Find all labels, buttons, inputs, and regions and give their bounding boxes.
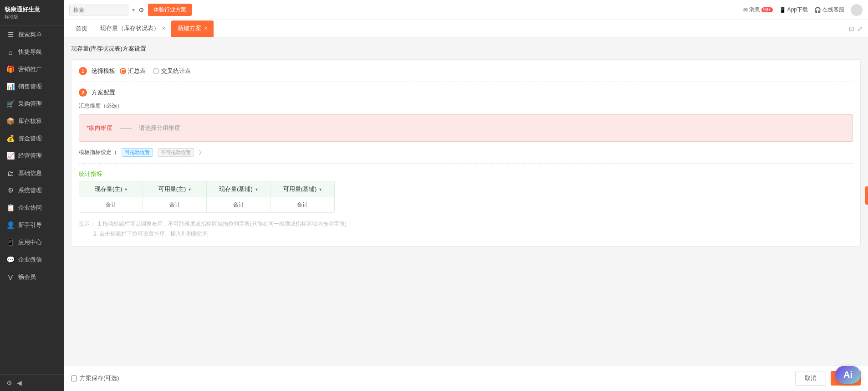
sidebar-item-quick-nav[interactable]: ⌂ 快捷导航 bbox=[0, 43, 64, 61]
sidebar-item-wechat[interactable]: 💬 企业微信 bbox=[0, 251, 64, 268]
sidebar-item-app-center[interactable]: 📱 应用中心 bbox=[0, 234, 64, 251]
tip-item-0: 提示： 1.拖动标题栏可以调整布局，不可跨维度或指标区域拖拉列字段(只能在同一维… bbox=[79, 219, 853, 229]
divider1 bbox=[79, 82, 853, 82]
stats-col-label-1: 可用量(主) bbox=[158, 185, 186, 193]
phone-icon: 📱 bbox=[779, 7, 786, 13]
section1-title: 选择模板 bbox=[92, 67, 115, 75]
sidebar-item-purchase[interactable]: 🛒 采购管理 bbox=[0, 95, 64, 113]
sidebar-item-label: 经营管理 bbox=[18, 152, 42, 160]
radio-cross[interactable]: 交叉统计表 bbox=[153, 67, 191, 75]
cart-icon: 🛒 bbox=[6, 100, 15, 108]
tab-new-scheme[interactable]: 新建方案 × bbox=[171, 21, 213, 37]
sidebar-audio-icon[interactable]: ◀ bbox=[17, 379, 22, 386]
stats-section-title: 统计指标 bbox=[79, 170, 853, 178]
sidebar-item-search-menu[interactable]: ☰ 搜索菜单 bbox=[0, 26, 64, 43]
home-icon: ⌂ bbox=[6, 48, 15, 56]
stats-table: 现存量(主) ▾ 可用量(主) ▾ 现存量(基辅) ▾ 可用量(基辅) ▾ bbox=[79, 181, 335, 213]
content-area: 现存量(库存状况表)方案设置 1 选择模板 汇总表 交叉统计表 bbox=[64, 37, 868, 365]
avatar[interactable] bbox=[851, 4, 863, 16]
save-checkbox-row: 方案保存(可选) bbox=[71, 374, 119, 382]
tab-home[interactable]: 首页 bbox=[69, 21, 94, 36]
sidebar-item-inventory[interactable]: 📦 库存核算 bbox=[0, 113, 64, 130]
radio-summary[interactable]: 汇总表 bbox=[120, 67, 146, 75]
save-checkbox-label: 方案保存(可选) bbox=[80, 374, 119, 382]
sidebar-item-label: 库存核算 bbox=[18, 117, 42, 125]
stats-col-label-2: 现存量(基辅) bbox=[219, 185, 253, 193]
topbar-right: ✉ 消息 99+ 📱 App下载 🎧 在线客服 bbox=[743, 4, 863, 16]
stats-body-cell-0-1: 合计 bbox=[143, 197, 207, 212]
messages-btn[interactable]: ✉ 消息 99+ bbox=[743, 6, 773, 14]
stats-col-label-0: 现存量(主) bbox=[95, 185, 123, 193]
trending-icon: 📈 bbox=[6, 152, 15, 160]
stats-header-cell-3: 可用量(基辅) ▾ bbox=[271, 181, 334, 197]
template-radio-group: 汇总表 交叉统计表 bbox=[120, 67, 191, 75]
chart-icon: 📊 bbox=[6, 82, 15, 91]
sidebar-item-label: 畅会员 bbox=[18, 273, 36, 281]
stats-body-cell-0-3: 合计 bbox=[271, 197, 334, 212]
sidebar-item-label: 企业协同 bbox=[18, 204, 42, 212]
tab-inventory[interactable]: 现存量（库存状况表） × bbox=[94, 21, 171, 37]
sidebar-item-finance[interactable]: 💰 资金管理 bbox=[0, 130, 64, 147]
ai-badge[interactable]: Ai bbox=[835, 366, 861, 384]
sidebar-item-label: 应用中心 bbox=[18, 238, 42, 247]
tabs-bar: 首页 现存量（库存状况表） × 新建方案 × ⊡ ⤢ bbox=[64, 20, 868, 37]
money-icon: 💰 bbox=[6, 134, 15, 143]
search-menu-icon: ☰ bbox=[6, 31, 15, 39]
sidebar-item-basic-info[interactable]: 🗂 基础信息 bbox=[0, 165, 64, 182]
sidebar-item-system[interactable]: ⚙ 系统管理 bbox=[0, 182, 64, 199]
aggregate-dim-label: 汇总维度（必选） bbox=[79, 102, 853, 110]
main-area: ▾ ⚙ 体验行业方案 ✉ 消息 99+ 📱 App下载 🎧 在线客服 首页 现存… bbox=[64, 0, 868, 391]
stats-col-dropdown-0[interactable]: ▾ bbox=[125, 187, 127, 192]
search-input[interactable] bbox=[69, 5, 128, 15]
topbar-gear-icon[interactable]: ⚙ bbox=[138, 6, 144, 14]
sidebar-item-label: 基础信息 bbox=[18, 169, 42, 177]
stats-body-cell-0-2: 合计 bbox=[207, 197, 271, 212]
message-icon: ✉ bbox=[743, 7, 748, 13]
tip-item-1: 2. 点击标题栏下拉可设置排序、插入列和删除列 bbox=[79, 229, 853, 239]
draggable-tag: 可拖动位置 bbox=[122, 148, 153, 157]
tips-box: 提示： 1.拖动标题栏可以调整布局，不可跨维度或指标区域拖拉列字段(只能在同一维… bbox=[79, 219, 853, 239]
wechat-icon: 💬 bbox=[6, 256, 15, 264]
folder-icon: 🗂 bbox=[6, 170, 15, 177]
section1-row: 1 选择模板 汇总表 交叉统计表 bbox=[79, 67, 853, 75]
stats-col-dropdown-1[interactable]: ▾ bbox=[189, 187, 191, 192]
stats-header-cell-2: 现存量(基辅) ▾ bbox=[207, 181, 271, 197]
footer: 方案保存(可选) 取消 查询 bbox=[64, 365, 868, 391]
indicator-settings-label: 模板指标设定（ bbox=[79, 149, 117, 156]
sidebar-item-label: 新手引导 bbox=[18, 221, 42, 229]
stats-header-cell-1: 可用量(主) ▾ bbox=[143, 181, 207, 197]
dim-placeholder[interactable]: 请选择分组维度 bbox=[139, 124, 180, 132]
trial-btn[interactable]: 体验行业方案 bbox=[148, 4, 192, 16]
divider2 bbox=[79, 163, 853, 164]
logo-sub: 标准版 bbox=[5, 14, 59, 20]
sidebar-item-cooperation[interactable]: 📋 企业协同 bbox=[0, 199, 64, 216]
radio-cross-label: 交叉统计表 bbox=[161, 67, 191, 75]
sidebar-item-label: 快捷导航 bbox=[18, 48, 42, 56]
online-service-btn[interactable]: 🎧 在线客服 bbox=[814, 6, 844, 14]
radio-summary-label: 汇总表 bbox=[128, 67, 146, 75]
search-dropdown-icon[interactable]: ▾ bbox=[132, 7, 135, 13]
tab-inventory-close[interactable]: × bbox=[162, 26, 165, 31]
sidebar-item-sales[interactable]: 📊 销售管理 bbox=[0, 78, 64, 95]
sidebar-item-operations[interactable]: 📈 经营管理 bbox=[0, 147, 64, 165]
sidebar-item-vip[interactable]: V 畅会员 bbox=[0, 268, 64, 286]
save-checkbox[interactable] bbox=[71, 376, 77, 381]
sidebar-item-label: 企业微信 bbox=[18, 256, 42, 264]
indicator-settings-row: 模板指标设定（ 可拖动位置 不可拖动位置 ） bbox=[79, 148, 853, 157]
sidebar-item-marketing[interactable]: 🎁 营销推广 bbox=[0, 61, 64, 78]
dim-dashes: —— bbox=[120, 125, 132, 132]
sidebar-item-newbie[interactable]: 👤 新手引导 bbox=[0, 216, 64, 234]
logo-name: 畅康通好生意 bbox=[5, 5, 59, 14]
stats-header-row: 现存量(主) ▾ 可用量(主) ▾ 现存量(基辅) ▾ 可用量(基辅) ▾ bbox=[79, 181, 334, 197]
stats-col-dropdown-3[interactable]: ▾ bbox=[319, 187, 322, 192]
vertical-dim-row: *纵向维度 —— 请选择分组维度 bbox=[79, 114, 853, 142]
tab-expand-icon[interactable]: ⤢ bbox=[857, 25, 863, 32]
tab-minimize-icon[interactable]: ⊡ bbox=[849, 25, 854, 32]
page-title: 现存量(库存状况表)方案设置 bbox=[71, 45, 861, 53]
stats-header-cell-0: 现存量(主) ▾ bbox=[79, 181, 143, 197]
sidebar-settings-icon[interactable]: ⚙ bbox=[6, 379, 12, 386]
stats-col-dropdown-2[interactable]: ▾ bbox=[255, 187, 258, 192]
cancel-button[interactable]: 取消 bbox=[795, 371, 826, 386]
app-download-btn[interactable]: 📱 App下载 bbox=[779, 6, 808, 14]
tab-new-scheme-close[interactable]: × bbox=[204, 26, 207, 31]
